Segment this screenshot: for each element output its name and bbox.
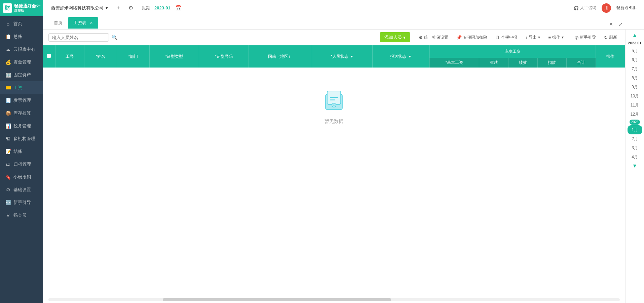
th-checkbox[interactable]: [43, 45, 55, 68]
search-input[interactable]: [48, 33, 109, 42]
inventory-icon: 📦: [5, 111, 11, 116]
operations-btn[interactable]: ≡ 操作 ▾: [545, 33, 566, 42]
tab-home-label: 首页: [54, 20, 63, 25]
invoice-icon: 🧾: [5, 98, 11, 103]
add-company-btn[interactable]: ＋: [115, 4, 123, 12]
sidebar-label-archive: 归档管理: [13, 161, 31, 167]
month-5-2022[interactable]: 5月: [628, 46, 642, 55]
th-report-status[interactable]: 报送状态 ▼: [372, 45, 429, 68]
new-guide-icon: ◎: [575, 35, 578, 40]
month-9-2022[interactable]: 9月: [628, 83, 642, 92]
month-6-2022[interactable]: 6月: [628, 55, 642, 64]
sidebar-label-payroll: 工资: [13, 85, 22, 91]
close-window-btn[interactable]: ✕: [608, 21, 614, 28]
sidebar-item-multi-org[interactable]: 🏗 多机构管理: [0, 132, 43, 145]
settings-btn[interactable]: ⚙: [127, 4, 135, 12]
empty-state: 暂无数据: [43, 68, 625, 145]
sidebar-item-archive[interactable]: 🗂 归档管理: [0, 158, 43, 171]
tab-payroll-label: 工资表: [73, 20, 86, 25]
sidebar-item-ledger[interactable]: 📋 总账: [0, 30, 43, 43]
social-security-btn[interactable]: ⚙ 统一社保设置: [416, 33, 451, 42]
th-performance: 绩效: [508, 58, 537, 68]
calendar-btn[interactable]: 📅: [175, 4, 183, 12]
close-period-icon: 📝: [5, 149, 11, 154]
multi-org-icon: 🏗: [5, 136, 11, 141]
th-total: 合计: [567, 58, 596, 68]
table-body: 暂无数据: [43, 68, 625, 145]
scroll-track[interactable]: [48, 298, 620, 301]
scroll-thumb[interactable]: [163, 298, 391, 301]
tax-report-label: 个税申报: [501, 35, 517, 40]
sidebar-nav: ⌂ 首页 📋 总账 ☁ 云报表中心 💰 资金管理 🏢 固定资产 💳 工资 🧾 发…: [0, 16, 43, 303]
current-period-header: 2023.01: [628, 40, 642, 46]
maximize-window-btn[interactable]: ⤢: [617, 21, 624, 28]
assets-icon: 🏢: [5, 72, 11, 78]
payroll-icon: 💳: [5, 85, 11, 90]
app-logo: 财 畅捷通好会计 旗舰版: [0, 0, 43, 16]
sidebar-item-tax[interactable]: 📊 税务管理: [0, 120, 43, 132]
sidebar-item-inventory[interactable]: 📦 库存核算: [0, 107, 43, 120]
sidebar-item-member[interactable]: V 畅会员: [0, 209, 43, 222]
month-12-2022[interactable]: 12月: [628, 110, 642, 119]
sidebar-item-payroll[interactable]: 💳 工资: [0, 81, 43, 94]
special-deduction-btn[interactable]: 📌 专项附加扣除: [454, 33, 490, 42]
panel-scroll-down[interactable]: ▼: [631, 162, 639, 170]
th-base-salary: *基本工资: [429, 58, 479, 68]
sidebar-label-multi-org: 多机构管理: [13, 136, 35, 142]
refresh-btn[interactable]: ↻ 刷新: [601, 33, 620, 42]
toolbar-right: 添加人员 ▾ ⚙ 统一社保设置 📌 专项附加扣除 🗒 个税申报: [380, 32, 620, 42]
month-2-2023[interactable]: 2月: [628, 134, 642, 143]
new-guide-btn[interactable]: ◎ 新手引导: [572, 33, 599, 42]
tab-close-icon[interactable]: ✕: [90, 21, 93, 25]
th-payroll-group: 应发工资: [429, 45, 596, 58]
operations-dropdown-icon: ▾: [562, 35, 564, 40]
sidebar-item-settings[interactable]: ⚙ 基础设置: [0, 183, 43, 196]
app-edition: 旗舰版: [14, 9, 40, 13]
sidebar-label-home: 首页: [13, 21, 22, 27]
th-status[interactable]: *人员状态 ▼: [312, 45, 372, 68]
support-btn[interactable]: 🎧 人工咨询: [574, 5, 596, 11]
status-filter-icon: ▼: [350, 55, 353, 58]
add-person-btn[interactable]: 添加人员 ▾: [380, 32, 410, 42]
tab-home[interactable]: 首页: [48, 17, 68, 29]
month-7-2022[interactable]: 7月: [628, 64, 642, 74]
month-4-2023[interactable]: 4月: [628, 153, 642, 162]
sidebar-item-invoice[interactable]: 🧾 发票管理: [0, 94, 43, 107]
th-nationality: 国籍（地区）: [249, 45, 312, 68]
sidebar-label-settings: 基础设置: [13, 187, 31, 193]
sidebar-item-guide[interactable]: 🆕 新手引导: [0, 196, 43, 209]
month-3-2023[interactable]: 3月: [628, 143, 642, 153]
report-icon: ☁: [5, 47, 11, 52]
report-filter-icon: ▼: [408, 55, 412, 58]
svg-rect-3: [330, 99, 335, 100]
user-avatar: 用: [602, 3, 611, 13]
th-actions: 操作: [596, 45, 625, 68]
sidebar-label-assets: 固定资产: [13, 72, 31, 78]
sidebar-label-fund: 资金管理: [13, 59, 31, 65]
period-label: 账期: [142, 5, 150, 11]
period-value[interactable]: 2023-01: [154, 5, 171, 10]
company-selector[interactable]: 西安虾米网络科技有限公司 ▾: [48, 4, 111, 12]
select-all-checkbox[interactable]: [47, 54, 51, 58]
content-area: 🔍 添加人员 ▾ ⚙ 统一社保设置 📌 专项附加扣除: [43, 30, 625, 303]
month-10-2022[interactable]: 10月: [628, 92, 642, 101]
sidebar-item-report[interactable]: ☁ 云报表中心: [0, 43, 43, 56]
th-department: *部门: [117, 45, 149, 68]
new-guide-label: 新手引导: [580, 35, 596, 40]
tab-payroll[interactable]: 工资表 ✕: [68, 17, 98, 29]
month-11-2022[interactable]: 11月: [628, 101, 642, 110]
sidebar-item-expense[interactable]: 🔖 小畅报销: [0, 171, 43, 183]
month-8-2022[interactable]: 8月: [628, 74, 642, 83]
tax-report-btn[interactable]: 🗒 个税申报: [493, 33, 520, 42]
operations-label: 操作: [552, 35, 560, 40]
app-name: 畅捷通好会计: [14, 3, 40, 9]
sidebar-item-close[interactable]: 📝 结账: [0, 145, 43, 158]
month-1-2023[interactable]: 1月: [628, 125, 642, 134]
sidebar-item-fund[interactable]: 💰 资金管理: [0, 56, 43, 69]
sidebar-item-assets[interactable]: 🏢 固定资产: [0, 69, 43, 81]
divider-2: [569, 35, 569, 40]
th-name: *姓名: [84, 45, 117, 68]
panel-scroll-up[interactable]: ▲: [631, 31, 639, 40]
sidebar-item-home[interactable]: ⌂ 首页: [0, 17, 43, 30]
export-btn[interactable]: ↓ 导出 ▾: [523, 33, 543, 42]
